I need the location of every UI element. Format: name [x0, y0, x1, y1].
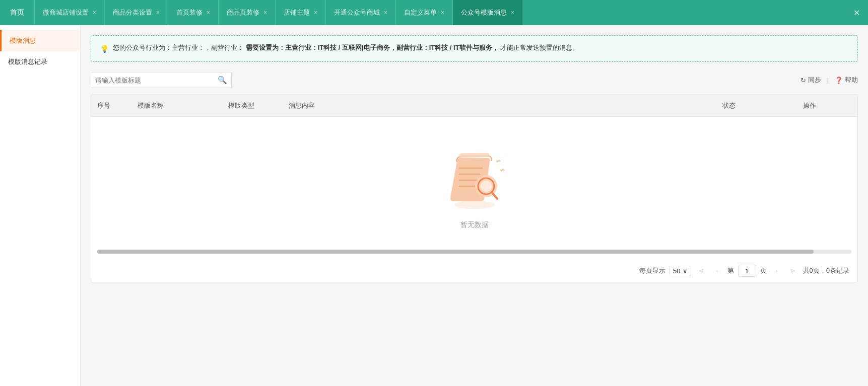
first-page-button[interactable]: ⊲ — [695, 265, 707, 277]
last-page-button[interactable]: ⊳ — [787, 265, 799, 277]
nav-tab-0[interactable]: 微商城店铺设置 × — [35, 0, 105, 25]
col-type: 模版类型 — [222, 101, 283, 110]
nav-tab-close-7[interactable]: × — [511, 9, 514, 16]
nav-tab-label-4: 店铺主题 — [284, 8, 310, 17]
col-status: 状态 — [716, 101, 797, 110]
svg-point-0 — [454, 201, 495, 209]
main-layout: 模版消息 模版消息记录 💡 您的公众号行业为：主营行业：，副营行业： 需要设置为… — [0, 25, 868, 386]
prev-page-button[interactable]: ‹ — [711, 265, 723, 277]
nav-tab-3[interactable]: 商品页装修 × — [219, 0, 276, 25]
page-label: 第 — [727, 266, 734, 275]
col-content: 消息内容 — [283, 101, 716, 110]
nav-tab-6[interactable]: 自定义菜单 × — [396, 0, 453, 25]
nav-tab-label-2: 首页装修 — [176, 8, 203, 17]
divider: | — [827, 76, 829, 84]
sidebar-item-label-0: 模版消息 — [10, 37, 36, 44]
pagination-row: 每页显示 50 ∨ ⊲ ‹ 第 页 › ⊳ 共0页，0条记录 — [91, 260, 857, 282]
nav-tab-close-0[interactable]: × — [93, 9, 96, 16]
nav-tab-label-3: 商品页装修 — [227, 8, 259, 17]
nav-tab-close-2[interactable]: × — [207, 9, 210, 16]
notice-box: 💡 您的公众号行业为：主营行业：，副营行业： 需要设置为：主营行业：IT科技 /… — [91, 35, 858, 62]
nav-tab-1[interactable]: 商品分类设置 × — [105, 0, 168, 25]
top-nav: 首页 微商城店铺设置 × 商品分类设置 × 首页装修 × 商品页装修 × 店铺主… — [0, 0, 868, 25]
search-input-wrap[interactable]: 🔍 — [91, 72, 232, 88]
nav-tab-close-3[interactable]: × — [263, 9, 267, 16]
per-page-label: 每页显示 — [639, 266, 665, 275]
empty-state: 暂无数据 — [91, 117, 857, 250]
nav-tab-label-7: 公众号模版消息 — [461, 8, 507, 17]
nav-tab-2[interactable]: 首页装修 × — [168, 0, 219, 25]
sync-label: 同步 — [808, 75, 821, 85]
empty-illustration — [442, 147, 507, 212]
refresh-icon: ↻ — [800, 76, 806, 84]
content-area: 💡 您的公众号行业为：主营行业：，副营行业： 需要设置为：主营行业：IT科技 /… — [81, 25, 868, 386]
svg-point-7 — [481, 181, 492, 192]
notice-text-highlight: 需要设置为：主营行业：IT科技 / 互联网|电子商务，副营行业：IT科技 / I… — [246, 44, 499, 51]
next-page-button[interactable]: › — [771, 265, 783, 277]
close-all-button[interactable]: ✕ — [845, 0, 868, 25]
search-input[interactable] — [95, 76, 218, 84]
col-name: 模版名称 — [131, 101, 222, 110]
notice-text-before: 您的公众号行业为：主营行业：，副营行业： — [113, 44, 244, 51]
chevron-down-icon: ∨ — [683, 267, 688, 275]
nav-tab-7[interactable]: 公众号模版消息 × — [453, 0, 523, 25]
table-header: 序号 模版名称 模版类型 消息内容 状态 操作 — [91, 95, 857, 117]
search-button[interactable]: 🔍 — [218, 75, 227, 85]
sync-button[interactable]: ↻ 同步 — [800, 75, 821, 85]
total-info: 共0页，0条记录 — [803, 266, 849, 275]
col-action: 操作 — [797, 101, 857, 110]
notice-text: 您的公众号行业为：主营行业：，副营行业： 需要设置为：主营行业：IT科技 / 互… — [113, 43, 579, 53]
nav-tab-close-1[interactable]: × — [156, 9, 160, 16]
scrollbar-track[interactable] — [97, 250, 851, 254]
scrollbar-thumb[interactable] — [97, 250, 814, 254]
nav-home[interactable]: 首页 — [0, 0, 35, 25]
page-unit: 页 — [760, 266, 767, 275]
nav-tab-5[interactable]: 开通公众号商城 × — [326, 0, 396, 25]
page-input[interactable] — [738, 265, 756, 277]
empty-text: 暂无数据 — [460, 220, 489, 229]
sidebar-item-template-message[interactable]: 模版消息 — [0, 30, 80, 51]
search-row: 🔍 ↻ 同步 | ❓ 帮助 — [91, 72, 858, 88]
notice-text-after: 才能正常发送预置的消息。 — [500, 44, 579, 51]
page-size-select[interactable]: 50 ∨ — [670, 266, 691, 276]
nav-tab-label-5: 开通公众号商城 — [334, 8, 380, 17]
sidebar: 模版消息 模版消息记录 — [0, 25, 81, 386]
col-index: 序号 — [91, 101, 131, 110]
sidebar-item-template-record[interactable]: 模版消息记录 — [0, 51, 80, 72]
nav-tab-close-6[interactable]: × — [441, 9, 444, 16]
help-button[interactable]: ❓ 帮助 — [835, 75, 858, 85]
nav-tab-label-0: 微商城店铺设置 — [43, 8, 89, 17]
sidebar-item-label-1: 模版消息记录 — [8, 58, 47, 65]
help-icon: ❓ — [835, 76, 843, 84]
nav-tab-close-5[interactable]: × — [384, 9, 387, 16]
data-table: 序号 模版名称 模版类型 消息内容 状态 操作 — [91, 94, 858, 282]
nav-tab-close-4[interactable]: × — [314, 9, 317, 16]
nav-tab-4[interactable]: 店铺主题 × — [276, 0, 326, 25]
page-size-value: 50 — [673, 267, 680, 275]
nav-tab-label-6: 自定义菜单 — [404, 8, 437, 17]
nav-tab-label-1: 商品分类设置 — [113, 8, 152, 17]
bulb-icon: 💡 — [100, 43, 109, 54]
help-label: 帮助 — [845, 75, 858, 85]
toolbar-right: ↻ 同步 | ❓ 帮助 — [800, 75, 858, 85]
